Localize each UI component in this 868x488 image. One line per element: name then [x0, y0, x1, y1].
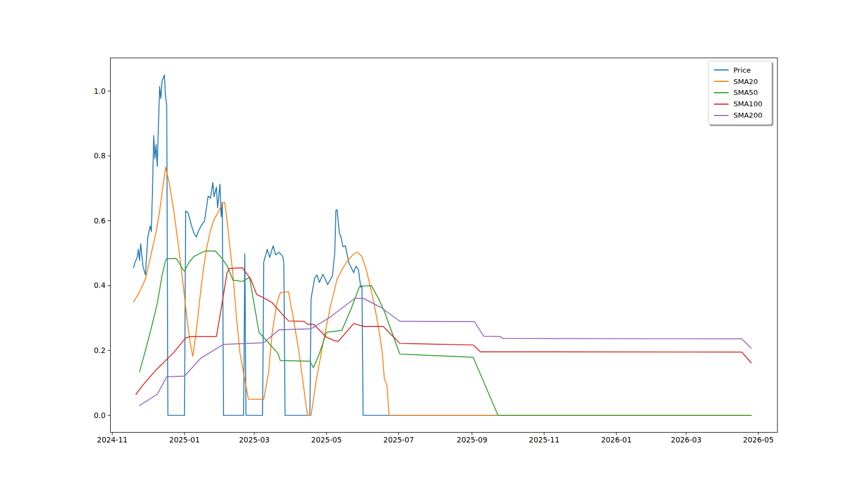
legend-line-sample: [714, 81, 729, 82]
y-tick-label: 0.0: [94, 411, 105, 420]
y-tick-label: 0.6: [94, 216, 105, 225]
series-line-sma50: [139, 251, 751, 415]
legend-item: Price: [714, 65, 767, 76]
legend-line-sample: [714, 104, 729, 105]
x-tick-label: 2025-07: [384, 435, 414, 444]
legend-label: SMA50: [733, 88, 758, 97]
plot-border: [111, 58, 778, 433]
y-tick-label: 0.2: [94, 346, 105, 355]
x-tick-label: 2025-03: [239, 435, 270, 444]
figure: 2024-112025-012025-032025-052025-072025-…: [0, 0, 868, 488]
legend-item: SMA50: [714, 87, 767, 99]
x-tick-label: 2025-11: [529, 435, 559, 444]
legend-line-sample: [714, 115, 729, 116]
legend: Price SMA20 SMA50 SMA100 SMA200: [708, 61, 772, 125]
x-tick-label: 2025-05: [311, 435, 342, 444]
series-line-sma100: [136, 268, 751, 394]
series-line-price: [133, 75, 751, 415]
series-line-sma20: [133, 168, 751, 415]
legend-item: SMA100: [714, 98, 767, 110]
legend-item: SMA200: [714, 110, 767, 121]
legend-line-sample: [714, 69, 729, 70]
x-tick-label: 2026-01: [601, 435, 631, 444]
x-tick-label: 2024-11: [97, 435, 127, 444]
y-tick-label: 1.0: [94, 87, 105, 95]
legend-label: Price: [733, 66, 751, 74]
legend-item: SMA20: [714, 76, 767, 87]
y-tick-label: 0.4: [94, 281, 105, 290]
x-tick-label: 2026-03: [671, 435, 701, 444]
y-tick-label: 0.8: [94, 151, 105, 160]
x-tick-label: 2026-05: [743, 435, 774, 444]
legend-label: SMA100: [733, 100, 762, 108]
legend-line-sample: [714, 92, 729, 93]
x-tick-label: 2025-01: [169, 435, 200, 444]
legend-label: SMA20: [733, 78, 758, 86]
legend-label: SMA200: [733, 111, 762, 119]
x-tick-label: 2025-09: [457, 435, 487, 444]
